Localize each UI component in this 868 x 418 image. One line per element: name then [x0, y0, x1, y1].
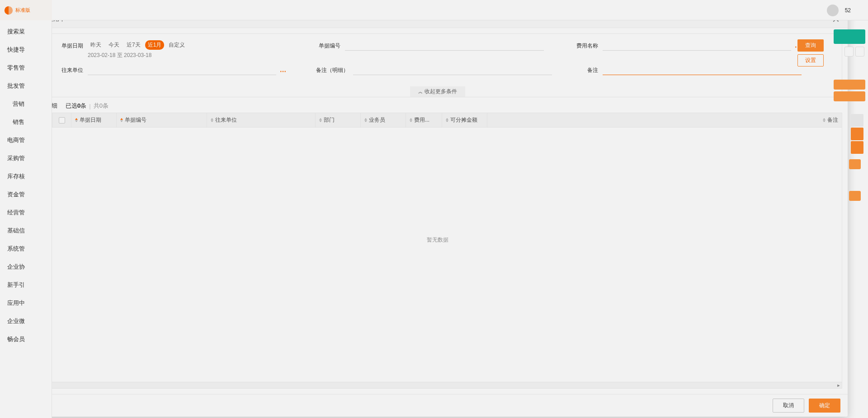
modal-overlay — [0, 0, 868, 418]
